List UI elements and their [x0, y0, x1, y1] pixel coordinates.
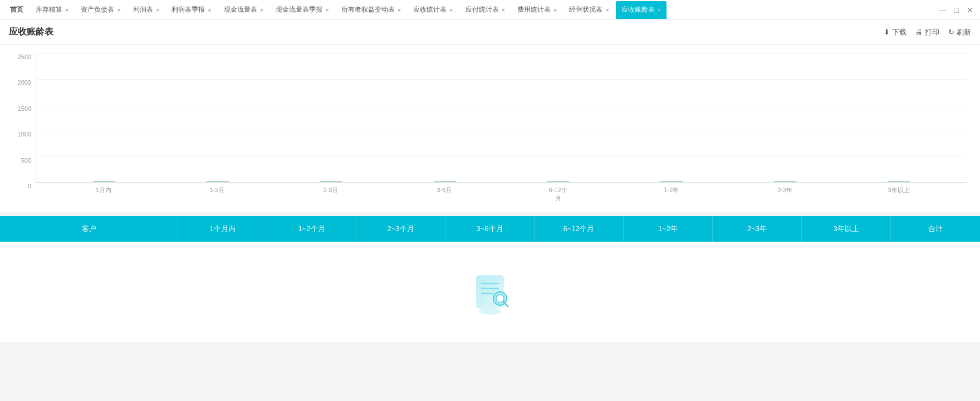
- section-divider: [0, 212, 980, 216]
- tab-receivable-stat[interactable]: 应收统计表 ×: [408, 1, 458, 19]
- bar-2-3年: [774, 181, 796, 182]
- tab-balance-close[interactable]: ×: [117, 7, 120, 13]
- bar-group-3: [320, 181, 342, 182]
- y-label-5: 2500: [18, 53, 31, 60]
- header-actions: ⬇ 下载 🖨 打印 ↻ 刷新: [884, 27, 971, 37]
- tab-cashflow-quarterly-label: 现金流量表季报: [276, 5, 322, 14]
- tab-cashflow-quarterly-close[interactable]: ×: [325, 7, 329, 13]
- page-title: 应收账龄表: [9, 26, 53, 38]
- bar-1-2月: [207, 181, 229, 182]
- x-label-2: 1-2月: [206, 186, 228, 203]
- bar-group-4: [434, 181, 456, 182]
- chart-wrapper: 2500 2000 1500 1000 500 0: [13, 53, 967, 203]
- x-label-7: 2-3年: [774, 186, 796, 203]
- tab-profit-quarterly-close[interactable]: ×: [208, 7, 211, 13]
- tab-expense-stat-close[interactable]: ×: [553, 7, 557, 13]
- tab-equity-label: 所有者权益变动表: [341, 5, 395, 14]
- tab-cashflow-quarterly[interactable]: 现金流量表季报 ×: [270, 1, 334, 19]
- tab-ar-aging[interactable]: 应收账龄表 ×: [616, 1, 667, 19]
- tab-inventory-close[interactable]: ×: [65, 7, 68, 13]
- tab-operations-close[interactable]: ×: [605, 7, 609, 13]
- download-button[interactable]: ⬇ 下载: [884, 27, 906, 37]
- tab-equity[interactable]: 所有者权益变动表 ×: [336, 1, 406, 19]
- y-label-1: 500: [21, 157, 31, 164]
- col-2-3year: 2~3年: [713, 216, 802, 242]
- tab-cashflow-label: 现金流量表: [224, 5, 257, 14]
- tab-receivable-stat-label: 应收统计表: [413, 5, 447, 14]
- x-label-5: 6-12个月: [547, 186, 569, 203]
- print-icon: 🖨: [915, 28, 923, 36]
- bar-6-12月: [547, 181, 569, 182]
- tab-balance[interactable]: 资产负债表 ×: [75, 1, 126, 19]
- svg-point-0: [479, 308, 501, 315]
- chart-body: 1月内 1-2月 2-3月 3-6月 6-12个月 1-2年 2-3年 3年以上: [36, 53, 967, 203]
- bar-3-6月: [434, 181, 456, 182]
- minimize-button[interactable]: —: [937, 3, 949, 17]
- print-label: 打印: [925, 27, 939, 37]
- bar-group-7: [774, 181, 796, 182]
- x-label-8: 3年以上: [888, 186, 910, 203]
- tab-bar: 首页 库存核算 × 资产负债表 × 利润表 × 利润表季报 × 现金流量表 × …: [0, 0, 980, 20]
- empty-state: [0, 242, 980, 342]
- tab-expense-stat[interactable]: 费用统计表 ×: [512, 1, 562, 19]
- bar-group-6: [660, 181, 683, 182]
- tab-cashflow[interactable]: 现金流量表 ×: [218, 1, 269, 19]
- col-1month: 1个月内: [178, 216, 267, 242]
- tab-profit-close[interactable]: ×: [156, 7, 159, 13]
- page-header: 应收账龄表 ⬇ 下载 🖨 打印 ↻ 刷新: [0, 20, 980, 45]
- y-label-3: 1500: [18, 105, 31, 112]
- bar-group-1: [93, 181, 115, 182]
- download-icon: ⬇: [884, 28, 890, 36]
- col-3year-plus: 3年以上: [802, 216, 891, 242]
- refresh-label: 刷新: [957, 27, 971, 37]
- tab-payable-stat-close[interactable]: ×: [502, 7, 505, 13]
- tab-cashflow-close[interactable]: ×: [260, 7, 263, 13]
- maximize-button[interactable]: □: [952, 3, 961, 17]
- tab-home[interactable]: 首页: [4, 1, 29, 19]
- tab-payable-stat[interactable]: 应付统计表 ×: [460, 1, 511, 19]
- y-label-0: 0: [28, 183, 31, 189]
- tab-ar-aging-close[interactable]: ×: [658, 7, 661, 13]
- table-header: 客户 1个月内 1~2个月 2~3个月 3~6个月 6~12个月 1~2年 2~…: [0, 216, 980, 242]
- col-3-6month: 3~6个月: [445, 216, 535, 242]
- chart-plot: [36, 53, 967, 183]
- tab-payable-stat-label: 应付统计表: [465, 5, 499, 14]
- tab-home-label: 首页: [10, 5, 23, 14]
- close-button[interactable]: ✕: [964, 3, 976, 17]
- tab-inventory[interactable]: 库存核算 ×: [30, 1, 74, 19]
- y-label-2: 1000: [18, 131, 31, 138]
- refresh-button[interactable]: ↻ 刷新: [948, 27, 971, 37]
- print-button[interactable]: 🖨 打印: [915, 27, 939, 37]
- refresh-icon: ↻: [948, 28, 954, 36]
- tab-profit-quarterly[interactable]: 利润表季报 ×: [166, 1, 217, 19]
- download-label: 下载: [892, 27, 906, 37]
- tab-inventory-label: 库存核算: [36, 5, 62, 14]
- tab-operations-label: 经营状况表: [569, 5, 602, 14]
- tab-ar-aging-label: 应收账龄表: [621, 5, 655, 14]
- bar-3年以上: [888, 181, 910, 182]
- col-1-2year: 1~2年: [624, 216, 713, 242]
- col-customer: 客户: [0, 216, 178, 242]
- bar-group-5: [547, 181, 569, 182]
- col-6-12month: 6~12个月: [535, 216, 624, 242]
- bar-group-2: [207, 181, 229, 182]
- tab-balance-label: 资产负债表: [81, 5, 114, 14]
- tab-equity-close[interactable]: ×: [398, 7, 401, 13]
- bar-group-8: [888, 181, 910, 182]
- bar-1-2年: [660, 181, 683, 182]
- x-axis: 1月内 1-2月 2-3月 3-6月 6-12个月 1-2年 2-3年 3年以上: [36, 183, 967, 203]
- bar-1月内: [93, 181, 115, 182]
- window-actions: — □ ✕: [937, 3, 976, 17]
- svg-point-7: [496, 295, 504, 302]
- tab-profit-label: 利润表: [133, 5, 153, 14]
- tab-receivable-stat-close[interactable]: ×: [449, 7, 453, 13]
- tab-expense-stat-label: 费用统计表: [517, 5, 551, 14]
- y-label-4: 2000: [18, 79, 31, 86]
- tab-profit-quarterly-label: 利润表季报: [171, 5, 205, 14]
- tab-operations[interactable]: 经营状况表 ×: [564, 1, 614, 19]
- y-axis: 2500 2000 1500 1000 500 0: [13, 53, 36, 203]
- tab-profit[interactable]: 利润表 ×: [128, 1, 165, 19]
- col-total: 合计: [891, 216, 980, 242]
- chart-area: 2500 2000 1500 1000 500 0: [0, 45, 980, 212]
- x-label-3: 2-3月: [320, 186, 342, 203]
